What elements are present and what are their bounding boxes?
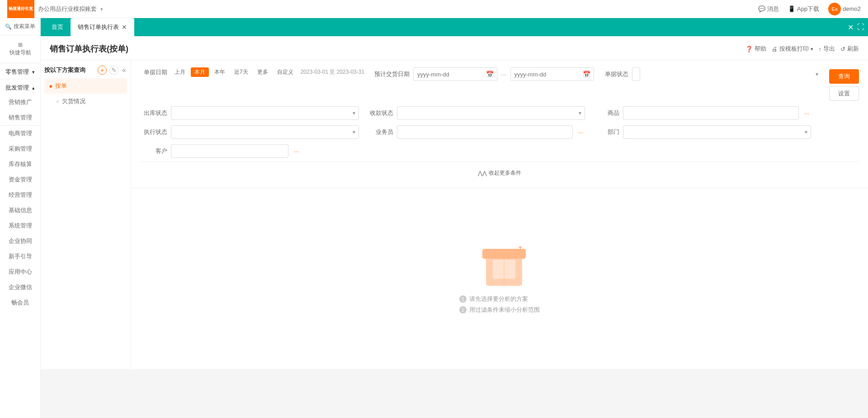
tab-sales-exec[interactable]: 销售订单执行表 ✕ [71, 18, 134, 36]
export-icon: ↑ [819, 46, 822, 52]
sidebar-nav: ⊞ 快捷导航 [0, 35, 40, 63]
goods-input[interactable] [623, 106, 799, 120]
out-status-select[interactable] [171, 106, 359, 120]
customer-more-btn[interactable]: ··· [292, 148, 301, 155]
tab-home[interactable]: 首页 [44, 18, 71, 36]
sidebar-item-kuaijie[interactable]: ⊞ 快捷导航 [0, 38, 40, 60]
top-bar: 畅捷通好生意 办公用品行业模拟账套 ▾ 💬 消息 📱 App下载 Ea demo… [0, 0, 868, 18]
tip-num-2: 2 [459, 306, 467, 314]
help-btn[interactable]: ❓ 帮助 [745, 45, 766, 53]
sidebar-item-yingxiao[interactable]: 营销推广 [0, 95, 40, 110]
sidebar-section-pifaggl: 批发管理 ▴ 营销推广 销售管理 [0, 79, 40, 126]
export-btn[interactable]: ↑ 导出 [819, 45, 835, 53]
query-btn[interactable]: 查询 [829, 69, 859, 84]
sidebar-item-xinshou[interactable]: 新手引导 [0, 249, 40, 264]
collapse-up-icon: ⋀⋀ [478, 170, 487, 176]
content-area: 按以下方案查询 + ✎ « ● 按单 ○ 欠货情况 [41, 60, 868, 369]
nav-icon: ⊞ [18, 42, 23, 48]
tab-close-icon[interactable]: ✕ [122, 24, 127, 31]
sidebar-item-xitong[interactable]: 系统管理 [0, 218, 40, 233]
sidebar-item-kucun[interactable]: 库存核算 [0, 157, 40, 172]
status-label: 单据状态 [601, 70, 628, 78]
app-title[interactable]: 办公用品行业模拟账套 ▾ [38, 5, 103, 13]
salesperson-input[interactable] [397, 125, 573, 139]
empty-tip-1: 1 请先选择要分析的方案 [459, 295, 540, 303]
sidebar-item-qiye[interactable]: 企业协同 [0, 233, 40, 249]
add-schema-btn[interactable]: + [98, 66, 107, 75]
user-menu[interactable]: Ea demo2 [828, 3, 861, 15]
out-status-label: 出库状态 [140, 109, 167, 117]
page-header: 销售订单执行表(按单) ❓ 帮助 🖨 按模板打印 ▾ ↑ 导出 [41, 36, 868, 60]
exec-status-label: 执行状态 [140, 128, 167, 136]
salesperson-more-btn[interactable]: ··· [576, 129, 585, 136]
sidebar-item-jingying[interactable]: 经营管理 [0, 187, 40, 203]
customer-input[interactable] [171, 144, 288, 158]
message-btn[interactable]: 💬 消息 [758, 5, 779, 13]
dept-select-wrapper [623, 125, 811, 139]
filter-date-group: 单据日期 上月 本月 本年 近7天 更多 自定义 2023-03-01 至 20… [140, 67, 366, 77]
expected-date-end[interactable] [510, 67, 594, 81]
edit-schema-btn[interactable]: ✎ [109, 66, 118, 75]
sidebar-item-qiyeweixin[interactable]: 企业微信 [0, 280, 40, 295]
status-select[interactable] [632, 67, 640, 81]
query-btn-area: 查询 设置 [829, 67, 859, 101]
calendar-end-icon[interactable]: 📅 [583, 71, 590, 78]
left-panel-btns: + ✎ « [98, 66, 127, 75]
main-area: 首页 销售订单执行表 ✕ ✕ ⛶ 销售订单执行表(按单) ❓ 帮助 [41, 18, 868, 418]
date-tab-last-month[interactable]: 上月 [171, 67, 189, 77]
filter-recvstatus-group: 收款状态 [366, 106, 585, 120]
page-actions: ❓ 帮助 🖨 按模板打印 ▾ ↑ 导出 ↺ 刷新 [745, 45, 859, 58]
collapse-btn[interactable]: ⋀⋀ 收起更多条件 [140, 166, 859, 180]
date-dash: — [501, 71, 507, 78]
settings-btn[interactable]: 设置 [829, 86, 859, 101]
sidebar-item-yingyong[interactable]: 应用中心 [0, 264, 40, 280]
filter-goods-group: 商品 ··· [592, 106, 811, 120]
schema-item-ansan[interactable]: ● 按单 [44, 78, 127, 94]
date-tab-custom[interactable]: 自定义 [274, 67, 297, 77]
date-tab-last7[interactable]: 近7天 [231, 67, 252, 77]
goods-more-btn[interactable]: ··· [802, 110, 811, 117]
sidebar-item-caigou[interactable]: 采购管理 [0, 141, 40, 157]
search-menu-btn[interactable]: 🔍 搜索菜单 [0, 18, 40, 35]
sidebar-item-changhui[interactable]: 畅会员 [0, 295, 40, 310]
filter-status-group: 单据状态 [601, 67, 822, 81]
sidebar-section-title-pifaggl[interactable]: 批发管理 ▴ [0, 79, 40, 95]
template-print-btn[interactable]: 🖨 按模板打印 ▾ [772, 45, 813, 53]
date-tab-this-month[interactable]: 本月 [191, 67, 209, 77]
schema-item-qiankuan[interactable]: ○ 欠货情况 [44, 94, 127, 109]
layout: 🔍 搜索菜单 ⊞ 快捷导航 零售管理 ▾ 批发管理 ▴ 营销推广 销售管 [0, 18, 868, 418]
tab-close-window-btn[interactable]: ✕ [848, 23, 854, 32]
filter-row-1: 单据日期 上月 本月 本年 近7天 更多 自定义 2023-03-01 至 20… [140, 67, 859, 101]
sidebar-section-title-lingshouggl[interactable]: 零售管理 ▾ [0, 63, 40, 79]
refresh-btn[interactable]: ↺ 刷新 [840, 45, 859, 53]
filter-expected-date-group: 预计交货日期 📅 — 📅 [373, 67, 594, 81]
sidebar-item-dianshang[interactable]: 电商管理 [0, 126, 40, 141]
app-download-btn[interactable]: 📱 App下载 [788, 5, 819, 13]
main-content: 销售订单执行表(按单) ❓ 帮助 🖨 按模板打印 ▾ ↑ 导出 [41, 36, 868, 418]
tab-expand-btn[interactable]: ⛶ [857, 23, 864, 31]
tip-num-1: 1 [459, 295, 467, 303]
message-icon: 💬 [758, 5, 765, 12]
page-title: 销售订单执行表(按单) [50, 43, 128, 60]
calendar-start-icon[interactable]: 📅 [486, 71, 494, 78]
print-dropdown-icon: ▾ [811, 46, 813, 52]
exec-status-select[interactable] [171, 125, 359, 139]
date-tab-this-year[interactable]: 本年 [211, 67, 229, 77]
dept-select[interactable] [623, 125, 811, 139]
exec-status-select-wrapper [171, 125, 359, 139]
sidebar-item-zijin[interactable]: 资金管理 [0, 172, 40, 187]
filter-results-area: 单据日期 上月 本月 本年 近7天 更多 自定义 2023-03-01 至 20… [131, 60, 868, 369]
expected-date-start-wrapper: 📅 [413, 67, 497, 81]
avatar: Ea [828, 3, 841, 15]
date-tab-more[interactable]: 更多 [254, 67, 272, 77]
logo-text: 畅捷通好生意 [9, 6, 33, 11]
filter-row-3: 执行状态 业务员 ··· [140, 125, 859, 139]
filter-row-4: 客户 ··· [140, 144, 859, 158]
collapse-panel-btn[interactable]: « [121, 66, 127, 74]
top-bar-right: 💬 消息 📱 App下载 Ea demo2 [758, 3, 861, 15]
sidebar-item-jichu[interactable]: 基础信息 [0, 203, 40, 218]
recv-status-select[interactable] [397, 106, 585, 120]
dropdown-arrow-icon[interactable]: ▾ [100, 6, 103, 12]
sidebar-item-xiaoshou[interactable]: 销售管理 [0, 110, 40, 125]
expected-date-start[interactable] [413, 67, 497, 81]
